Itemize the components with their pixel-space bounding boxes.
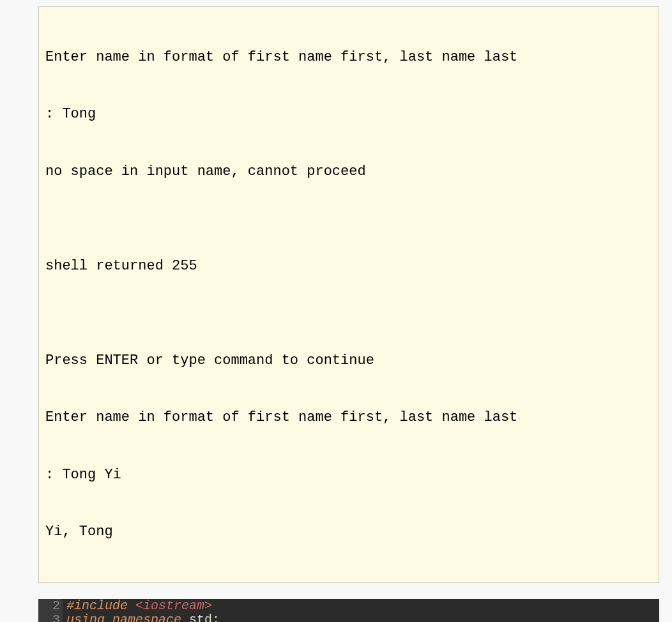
line-number: 3 [38, 613, 63, 622]
terminal-line: Press ENTER or type command to continue [45, 351, 652, 370]
terminal-line: no space in input name, cannot proceed [45, 162, 652, 181]
terminal-line: shell returned 255 [45, 257, 652, 276]
line-number: 2 [38, 599, 63, 613]
terminal-output: Enter name in format of first name first… [38, 6, 659, 583]
code-content: #include <iostream> [63, 599, 212, 613]
terminal-line: Yi, Tong [45, 522, 652, 542]
code-editor: 2#include <iostream>3using namespace std… [38, 599, 659, 622]
code-line: 2#include <iostream> [38, 599, 659, 613]
terminal-line: : Tong [45, 105, 652, 124]
terminal-line: : Tong Yi [45, 466, 652, 485]
code-line: 3using namespace std; [38, 613, 659, 622]
code-content: using namespace std; [63, 613, 220, 622]
terminal-line: Enter name in format of first name first… [45, 48, 652, 67]
page-container: Enter name in format of first name first… [0, 0, 672, 622]
terminal-line: Enter name in format of first name first… [45, 408, 652, 427]
